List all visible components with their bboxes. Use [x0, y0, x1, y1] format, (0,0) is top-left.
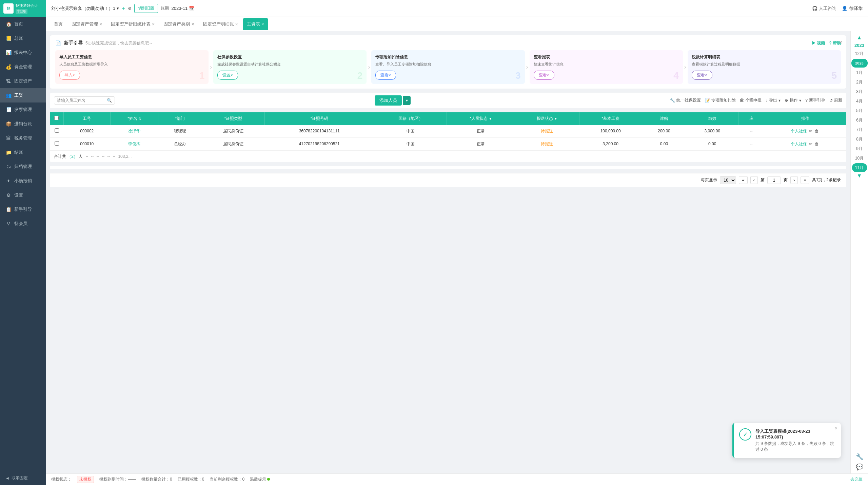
add-person-button[interactable]: 添加人员: [375, 95, 402, 106]
sidebar-item-expense[interactable]: ✈ 小畅报销: [0, 174, 46, 188]
calendar-up-button[interactable]: ▲: [856, 34, 863, 41]
cell-ops: 个人社保 ✏ 🗑: [764, 137, 846, 150]
search-input[interactable]: [57, 98, 105, 103]
personal-insurance-link[interactable]: 个人社保: [791, 129, 807, 133]
step-btn-1[interactable]: 导入>: [59, 71, 80, 80]
operation-btn[interactable]: ⚙ 操作 ▾: [785, 97, 801, 103]
sidebar-item-home[interactable]: 🏠 首页: [0, 17, 46, 31]
tab-fixed-assets[interactable]: 固定资产管理 ×: [67, 18, 106, 30]
page-size-select[interactable]: 10 20 50: [720, 176, 736, 184]
step-btn-4[interactable]: 查看>: [534, 71, 554, 80]
personal-insurance-link[interactable]: 个人社保: [791, 142, 807, 146]
name-link[interactable]: 徐泽华: [128, 129, 140, 133]
edit-icon[interactable]: ✏: [808, 142, 813, 146]
support-button[interactable]: 🎧 人工咨询: [812, 5, 836, 12]
sidebar-item-assets[interactable]: 🏗 固定资产: [0, 74, 46, 88]
page-label: 第: [761, 177, 765, 183]
add-person-dropdown[interactable]: ▾: [403, 96, 411, 105]
cal-month-2[interactable]: 2月: [852, 78, 867, 87]
sidebar-item-vip[interactable]: V 畅会员: [0, 217, 46, 231]
tab-home[interactable]: 首页: [50, 18, 67, 30]
close-icon[interactable]: ×: [261, 22, 264, 26]
step-btn-3[interactable]: 查看>: [375, 71, 396, 80]
delete-icon[interactable]: 🗑: [814, 142, 820, 146]
edit-icon[interactable]: ✏: [808, 129, 813, 133]
charge-link[interactable]: 去充值: [850, 477, 863, 482]
cal-month-10[interactable]: 10月: [852, 154, 867, 163]
delete-icon[interactable]: 🗑: [814, 129, 820, 133]
guide-video-link[interactable]: ▶ 视频: [812, 40, 825, 46]
cal-month-1[interactable]: 1月: [852, 68, 867, 77]
toast-close-button[interactable]: ×: [835, 426, 837, 431]
step-btn-5[interactable]: 查看>: [692, 71, 712, 80]
export-btn[interactable]: ↓ 导出 ▾: [766, 97, 781, 103]
unpin-button[interactable]: ◄ 取消固定: [0, 471, 46, 485]
sidebar-item-invoice[interactable]: 🧾 发票管理: [0, 102, 46, 117]
step-desc: 查看税款计算过程及明细数据: [692, 61, 837, 67]
close-guide-button[interactable]: ×: [839, 39, 842, 45]
calendar-icon[interactable]: 📅: [189, 6, 194, 11]
sidebar-item-close[interactable]: 📁 结账: [0, 145, 46, 160]
sidebar-item-guide[interactable]: 📋 新手引导: [0, 202, 46, 217]
sidebar-item-funds[interactable]: 💰 资金管理: [0, 60, 46, 74]
funds-icon: 💰: [5, 64, 12, 70]
sidebar-item-inventory[interactable]: 📦 进销台账: [0, 117, 46, 131]
row-checkbox[interactable]: [55, 128, 59, 133]
settings-gear-icon[interactable]: ⚙: [128, 6, 132, 11]
social-insurance-btn[interactable]: 🔧 统一社保设置: [670, 97, 701, 103]
last-page-button[interactable]: »: [801, 176, 809, 184]
sidebar-item-payroll[interactable]: 👥 工资: [0, 88, 46, 102]
table-footer: 合计共 （2） 人 -- -- -- -- -- -- 103,2...: [50, 151, 846, 162]
refresh-btn[interactable]: ↺ 刷新: [829, 97, 842, 103]
tab-payroll[interactable]: 工资表 ×: [243, 18, 268, 30]
name-link[interactable]: 李俊杰: [128, 142, 140, 146]
cal-month-12[interactable]: 12月: [852, 49, 867, 58]
search-icon[interactable]: 🔍: [107, 98, 112, 103]
cal-year-current[interactable]: 2023: [851, 59, 868, 68]
sidebar-item-settings[interactable]: ⚙ 设置: [0, 188, 46, 202]
cal-month-11[interactable]: 11月: [852, 163, 867, 172]
warn-dot: [267, 478, 270, 481]
calendar-year[interactable]: 2023: [852, 41, 867, 49]
cal-month-5[interactable]: 5月: [852, 106, 867, 115]
tab-bar: 首页 固定资产管理 × 固定资产折旧统计表 × 固定资产类别 × 固定资产明细账…: [46, 17, 868, 31]
close-icon[interactable]: ×: [152, 22, 155, 26]
cal-month-8[interactable]: 8月: [852, 135, 867, 144]
tab-asset-category[interactable]: 固定资产类别 ×: [159, 18, 198, 30]
sidebar-item-archive[interactable]: 🗂 归档管理: [0, 160, 46, 174]
toast-content: 导入工资表模板(2023-03-23 15:07:59.897) 共 9 条数据…: [755, 428, 835, 452]
tab-depreciation[interactable]: 固定资产折旧统计表 ×: [107, 18, 159, 30]
cal-action-2[interactable]: 💬: [856, 463, 863, 471]
next-page-button[interactable]: ›: [790, 176, 798, 184]
first-page-button[interactable]: «: [739, 176, 747, 184]
sidebar-item-tax[interactable]: 🏛 税务管理: [0, 131, 46, 145]
tax-report-btn[interactable]: 🏛 个税申报: [740, 97, 762, 103]
select-all-checkbox[interactable]: [54, 116, 59, 120]
tab-asset-detail[interactable]: 固定资产明细账 ×: [199, 18, 242, 30]
sidebar-item-reports[interactable]: 📊 报表中心: [0, 45, 46, 60]
calendar-months: 12月 2023 1月 2月 3月 4月 5月 6月 7月 8月 9月 10月 …: [851, 49, 868, 172]
cal-month-6[interactable]: 6月: [852, 116, 867, 125]
calendar-down-button[interactable]: ▼: [856, 172, 863, 180]
col-ops: 操作: [764, 112, 846, 125]
sidebar-item-label: 归档管理: [14, 164, 32, 170]
close-icon[interactable]: ×: [191, 22, 194, 26]
row-checkbox[interactable]: [55, 141, 59, 146]
add-account-icon[interactable]: +: [122, 5, 125, 12]
close-icon[interactable]: ×: [235, 22, 238, 26]
cal-month-7[interactable]: 7月: [852, 125, 867, 134]
cal-month-4[interactable]: 4月: [852, 97, 867, 106]
close-icon[interactable]: ×: [99, 22, 102, 26]
page-input[interactable]: [767, 176, 781, 184]
prev-page-button[interactable]: ‹: [750, 176, 758, 184]
account-dropdown-icon[interactable]: ▾: [117, 6, 119, 11]
guide-title: 📄 新手引导 5步快速完成设置，快去完善信息吧～ ▶ 视频 ? 帮助: [55, 40, 841, 46]
cal-month-9[interactable]: 9月: [852, 144, 867, 153]
special-deduction-btn[interactable]: 📝 专项附加扣除: [705, 97, 736, 103]
step-btn-2[interactable]: 设置>: [217, 71, 238, 80]
cal-month-3[interactable]: 3月: [852, 87, 867, 96]
sidebar-item-ledger[interactable]: 📒 总账: [0, 31, 46, 45]
switch-version-button[interactable]: 切到旧版: [134, 4, 158, 13]
newguide-btn[interactable]: ? 新手引导: [805, 97, 825, 103]
cal-action-1[interactable]: 🔧: [856, 453, 863, 461]
